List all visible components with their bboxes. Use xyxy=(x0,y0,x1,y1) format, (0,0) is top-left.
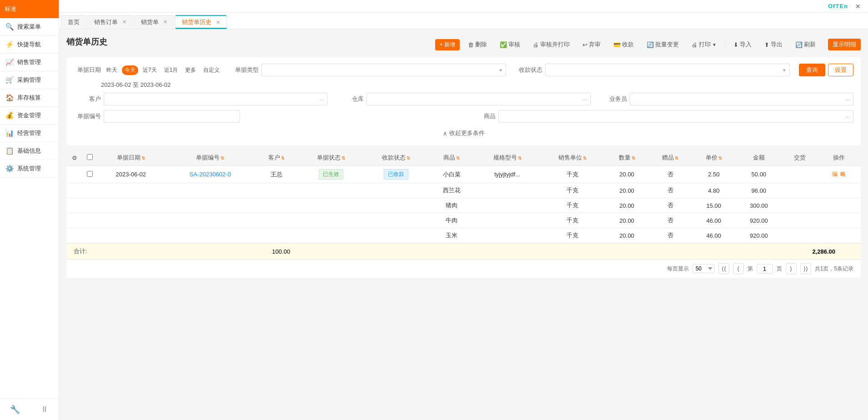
shortcut-1month[interactable]: 近1月 xyxy=(161,65,181,75)
sidebar-item-finance-mgmt[interactable]: 💰 资金管理 xyxy=(0,107,59,125)
collect-status-input[interactable] xyxy=(548,64,782,76)
sidebar-item-quick-nav[interactable]: ⚡ 快捷导航 xyxy=(0,36,59,54)
sidebar-collapse-icon[interactable]: ⏸ xyxy=(40,405,49,415)
col-doc-status[interactable]: 单据状态⇅ xyxy=(298,150,363,166)
tab-delivery[interactable]: 销货单 ✕ xyxy=(134,15,174,29)
filter-doc-type: 单据类型 ▼ xyxy=(231,64,506,76)
sidebar-item-sales-mgmt[interactable]: 📈 销售管理 xyxy=(0,54,59,71)
sort-unit-icon: ⇅ xyxy=(583,155,587,160)
page-size-select[interactable]: 50 20 100 xyxy=(692,264,715,273)
row-gift: 否 xyxy=(648,213,692,228)
customer-dots[interactable]: ··· xyxy=(319,96,324,103)
print-button[interactable]: 🖨 打印 ▼ xyxy=(687,39,721,50)
show-detail-button[interactable]: 显示明细 xyxy=(828,39,861,50)
select-all-checkbox[interactable] xyxy=(87,154,93,160)
page-number-input[interactable] xyxy=(757,264,773,274)
top-bar: OfTEn ✕ xyxy=(59,0,868,13)
col-customer[interactable]: 客户⇅ xyxy=(255,150,299,166)
tab-delivery-history-close[interactable]: ✕ xyxy=(216,20,220,25)
prev-page-button[interactable]: ⟨ xyxy=(733,263,744,274)
row-more-action[interactable]: 略 xyxy=(840,171,846,177)
shortcut-more[interactable]: 更多 xyxy=(182,65,199,75)
row-spec xyxy=(475,228,540,243)
collapse-filter-button[interactable]: ∧ 收起更多条件 xyxy=(74,127,853,139)
sidebar-settings-icon[interactable]: 🔧 xyxy=(10,405,20,415)
collect-button[interactable]: 💳 收款 xyxy=(609,39,638,50)
col-price[interactable]: 单价⇅ xyxy=(692,150,736,166)
row-transaction xyxy=(782,198,817,213)
col-gift[interactable]: 赠品⇅ xyxy=(648,150,692,166)
sidebar-item-basic-info[interactable]: 📋 基础信息 xyxy=(0,142,59,160)
tab-delivery-history[interactable]: 销货单历史 ✕ xyxy=(175,15,227,29)
doc-type-input[interactable] xyxy=(265,64,498,76)
sidebar: 标准 🔍 搜索菜单 ⚡ 快捷导航 📈 销售管理 🛒 采购管理 🏠 库存核算 💰 … xyxy=(0,0,59,420)
row-docno xyxy=(166,198,255,213)
col-date[interactable]: 单据日期⇅ xyxy=(96,150,166,166)
footer-label: 合计: xyxy=(74,247,96,255)
customer-input[interactable] xyxy=(107,93,319,105)
refresh-button[interactable]: 🔃 刷新 xyxy=(791,39,820,50)
tab-sales-order[interactable]: 销售订单 ✕ xyxy=(87,15,133,29)
salesperson-dots[interactable]: ··· xyxy=(845,96,850,103)
tab-home-label: 首页 xyxy=(68,18,80,26)
warehouse-input[interactable] xyxy=(370,93,582,105)
row-checkbox[interactable] xyxy=(87,171,93,177)
audit-button[interactable]: ✅ 审核 xyxy=(495,39,525,50)
tab-delivery-close[interactable]: ✕ xyxy=(163,19,167,25)
tab-sales-order-close[interactable]: ✕ xyxy=(122,19,126,25)
row-checkbox-cell[interactable] xyxy=(83,213,96,228)
sidebar-item-search-menu[interactable]: 🔍 搜索菜单 xyxy=(0,18,59,36)
import-button[interactable]: ⬇ 导入 xyxy=(729,39,756,50)
row-edit-action[interactable]: 编 xyxy=(832,171,838,177)
col-collect-status[interactable]: 收款状态⇅ xyxy=(364,150,429,166)
row-price: 4.80 xyxy=(692,183,736,198)
abandon-button[interactable]: ↩ 弃审 xyxy=(578,39,605,50)
filter-row-3: 单据编号 商品 ··· xyxy=(74,110,853,123)
goods-dots[interactable]: ··· xyxy=(845,113,850,120)
sidebar-item-purchase-mgmt[interactable]: 🛒 采购管理 xyxy=(0,71,59,89)
last-page-button[interactable]: ⟩⟩ xyxy=(800,263,811,274)
sidebar-item-system-mgmt[interactable]: ⚙️ 系统管理 xyxy=(0,160,59,178)
batch-change-button[interactable]: 🔄 批量变更 xyxy=(642,39,683,50)
close-window-icon[interactable]: ✕ xyxy=(855,3,861,10)
export-button[interactable]: ⬆ 导出 xyxy=(760,39,787,50)
audit-print-button[interactable]: 🖨 审核并打印 xyxy=(528,39,574,50)
col-docno[interactable]: 单据编号⇅ xyxy=(166,150,255,166)
table-settings-icon[interactable]: ⚙ xyxy=(72,155,77,161)
shortcut-7days[interactable]: 近7天 xyxy=(140,65,160,75)
new-button[interactable]: + 新增 xyxy=(435,39,460,50)
salesperson-input[interactable] xyxy=(633,93,845,105)
footer-total-qty: 100.00 xyxy=(96,248,466,255)
delete-button[interactable]: 🗑 删除 xyxy=(463,39,492,50)
row-checkbox-cell[interactable] xyxy=(83,183,96,198)
row-checkbox-cell[interactable] xyxy=(83,198,96,213)
tab-home[interactable]: 首页 xyxy=(61,15,86,29)
warehouse-dots[interactable]: ··· xyxy=(582,96,587,103)
date-shortcuts: 昨天 今天 近7天 近1月 更多 自定义 xyxy=(104,65,222,75)
docno-input[interactable] xyxy=(104,110,240,123)
row-checkbox-cell[interactable] xyxy=(83,166,96,183)
shortcut-yesterday[interactable]: 昨天 xyxy=(104,65,120,75)
sidebar-item-inventory[interactable]: 🏠 库存核算 xyxy=(0,89,59,107)
table-row: 西兰花 千克 20.00 否 4.80 96.00 xyxy=(66,183,861,198)
col-goods[interactable]: 商品⇅ xyxy=(429,150,475,166)
settings-button[interactable]: 设置 xyxy=(828,64,853,76)
col-settings[interactable]: ⚙ xyxy=(66,150,83,166)
col-spec[interactable]: 规格型号⇅ xyxy=(475,150,540,166)
col-checkbox[interactable] xyxy=(83,150,96,166)
col-unit[interactable]: 销售单位⇅ xyxy=(540,150,605,166)
shortcut-today[interactable]: 今天 xyxy=(122,65,138,75)
warehouse-label: 仓库 xyxy=(336,95,364,103)
goods-input[interactable] xyxy=(502,110,846,122)
row-docno xyxy=(166,213,255,228)
sidebar-item-operations-mgmt[interactable]: 📊 经营管理 xyxy=(0,125,59,142)
row-actions xyxy=(817,213,861,228)
next-page-button[interactable]: ⟩ xyxy=(786,263,797,274)
docno-link[interactable]: SA-20230602-0 xyxy=(190,171,231,178)
row-docno xyxy=(166,228,255,243)
col-qty[interactable]: 数量⇅ xyxy=(605,150,649,166)
query-button[interactable]: 查询 xyxy=(799,64,825,76)
shortcut-custom[interactable]: 自定义 xyxy=(201,65,222,75)
first-page-button[interactable]: ⟨⟨ xyxy=(718,263,729,274)
row-checkbox-cell[interactable] xyxy=(83,228,96,243)
